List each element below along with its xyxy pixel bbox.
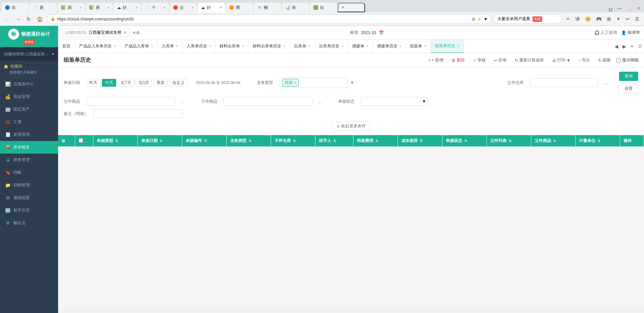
minimize-button[interactable]: —	[615, 4, 624, 12]
qr-icon[interactable]: ⊞	[472, 17, 475, 22]
more-date-btn[interactable]: 更多	[153, 79, 168, 87]
recalc-button[interactable]: ↻ 重新计算成本	[512, 56, 547, 65]
th-order-no[interactable]: 单据编号 ⇅	[182, 135, 226, 146]
sidebar-item-invoice[interactable]: 🧾 发票管理	[0, 128, 58, 141]
yesterday-btn[interactable]: 昨天	[86, 79, 100, 87]
reload-button[interactable]: ↻	[25, 15, 33, 23]
biz-type-tag-remove[interactable]: ×	[294, 81, 296, 85]
month-btn[interactable]: 近1月	[136, 79, 152, 87]
browser-tab-2[interactable]: 📄 新	[29, 3, 57, 12]
nav-tab-in-order-history[interactable]: 入库单历史 ×	[183, 40, 216, 53]
browser-tab-5[interactable]: ☁ 好 ×	[113, 3, 141, 12]
th-order-type[interactable]: 单据类型 ⇅	[93, 135, 137, 146]
material-out-history-close[interactable]: ×	[283, 44, 285, 48]
parent-goods-input[interactable]	[86, 97, 175, 106]
sidebar-item-inventory[interactable]: 📦 库存核算	[0, 141, 58, 154]
forward-button[interactable]: →	[14, 15, 23, 23]
nav-arrow-left[interactable]: ◀	[613, 40, 620, 53]
tab-5-close[interactable]: ×	[135, 6, 137, 10]
transfer-history-close[interactable]: ×	[400, 44, 402, 48]
browser-tab-8[interactable]: ☁ 好 ×	[198, 3, 225, 12]
dropdown-icon[interactable]: ▼	[484, 17, 488, 22]
th-cost-diff[interactable]: 成本差异 ⇅	[398, 135, 442, 146]
tab-8-close[interactable]: ×	[219, 6, 222, 10]
th-biz-type[interactable]: 业务类型 ⇅	[226, 135, 271, 146]
query-button[interactable]: 查询	[619, 72, 638, 81]
prod-in-close[interactable]: ×	[151, 44, 153, 48]
biz-type-input-area[interactable]: 组装 ×	[279, 77, 348, 88]
bolt-icon[interactable]: ⚡	[477, 17, 482, 22]
child-goods-input[interactable]	[224, 97, 312, 106]
add-button[interactable]: + + 新增	[426, 56, 446, 65]
refresh-button[interactable]: ↻ 刷新	[595, 56, 614, 65]
sidebar-item-archive[interactable]: 📁 归档管理	[0, 179, 58, 191]
address-bar[interactable]: 🔒 https://cloud.chanjet.com/accounting/u…	[47, 14, 492, 24]
browser-tab-9[interactable]: 🟠 腾	[226, 3, 253, 12]
home-button[interactable]: 🏠	[35, 15, 45, 23]
sidebar-item-tax[interactable]: 🖨 税务管理	[0, 154, 58, 166]
biz-type-more-btn[interactable]: ▼	[350, 80, 354, 85]
th-settings[interactable]: ⚙	[58, 135, 75, 146]
new-tab-button[interactable]: +	[338, 3, 365, 12]
tab-7-close[interactable]: ×	[191, 6, 193, 10]
out-order-close[interactable]: ×	[308, 44, 310, 48]
parent-wh-input[interactable]	[530, 78, 598, 87]
add-company-button[interactable]: +	[133, 30, 136, 36]
tab-4-close[interactable]: ×	[107, 6, 109, 10]
nav-arrow-right[interactable]: ▶	[620, 40, 628, 53]
sidebar-item-assets[interactable]: 🏢 固定资产	[0, 103, 58, 116]
nav-tab-in-order[interactable]: 入库单 ×	[158, 40, 183, 53]
browser-tab-6[interactable]: 📄 个 ×	[142, 3, 169, 12]
translate-tool[interactable]: 译	[573, 15, 582, 24]
th-checkbox[interactable]	[75, 135, 93, 146]
customer-service-button[interactable]: 🎧 人工咨询	[594, 30, 617, 35]
search-bar[interactable]: 大量安卓用户逃离 热搜	[494, 14, 562, 24]
out-order-history-close[interactable]: ×	[341, 44, 344, 48]
emoji-tool[interactable]: 😊	[583, 15, 593, 23]
week-btn[interactable]: 近7天	[118, 79, 134, 87]
scissors-tool[interactable]: ✂	[564, 15, 572, 23]
sidebar-item-member[interactable]: V 畅会员	[0, 217, 58, 229]
th-unit[interactable]: 计量单位 ⇅	[575, 135, 620, 146]
in-order-close[interactable]: ×	[176, 44, 178, 48]
company-selector[interactable]: (勿删勿禁用) 江西服宝测试专用 ▼	[62, 28, 130, 37]
sidebar-item-report[interactable]: 📊 云报表中心	[0, 78, 58, 90]
set-button[interactable]: 设置	[619, 84, 639, 94]
nav-more-btn[interactable]: ☰	[636, 40, 644, 53]
print-button[interactable]: 🖨 打印 ▼	[549, 56, 573, 65]
th-parent-list[interactable]: 父件列表 ⇅	[486, 135, 531, 146]
material-out-close[interactable]: ×	[242, 44, 244, 48]
browser-tab-12[interactable]: 🟩 目	[310, 3, 337, 12]
approve-button[interactable]: ✓ 审核	[470, 56, 488, 65]
tab-6-close[interactable]: ×	[163, 6, 165, 10]
delete-button[interactable]: 🗑 删除	[449, 56, 468, 65]
browser-tab-11[interactable]: 📊 各	[282, 3, 309, 12]
nav-tab-material-out-history[interactable]: 材料出库单历史 ×	[249, 40, 290, 53]
assembly-close[interactable]: ×	[424, 44, 426, 48]
settings-topbar-button[interactable]: ⚙	[136, 30, 140, 35]
display-detail-checkbox[interactable]	[616, 58, 621, 62]
sidebar-item-guide[interactable]: 🆕 新手引导	[0, 204, 58, 217]
collapse-button[interactable]: ∧ 收起更多条件	[332, 122, 370, 131]
display-detail-check[interactable]: 显示明细	[616, 57, 639, 63]
child-goods-more-btn[interactable]: ...	[318, 99, 322, 104]
nav-tab-prod-in[interactable]: 产成品入库单 ×	[120, 40, 158, 53]
in-order-history-close[interactable]: ×	[209, 44, 211, 48]
nav-tab-transfer[interactable]: 调拨单 ×	[348, 40, 373, 53]
nav-tab-assembly[interactable]: 组装单 ×	[406, 40, 431, 53]
custom-date-btn[interactable]: 自定义	[169, 79, 188, 87]
menu-tool[interactable]: ☰	[633, 15, 641, 23]
sidebar-company[interactable]: (勿删勿禁用) 江西服宝测试专用 ▼	[0, 47, 58, 61]
maximize-button[interactable]: ⬜	[625, 4, 634, 12]
favorites-header[interactable]: ⭐ 收藏夹	[3, 63, 55, 69]
abandon-button[interactable]: ↩ 弃审	[491, 56, 509, 65]
back-button[interactable]: ←	[3, 15, 12, 23]
nav-tab-transfer-history[interactable]: 调拨单历史 ×	[373, 40, 406, 53]
nav-tab-out-order[interactable]: 出库单 ×	[290, 40, 315, 53]
transfer-close[interactable]: ×	[366, 44, 368, 48]
th-parent-goods[interactable]: 父件商品 ⇅	[531, 135, 575, 146]
scrollbar-bottom[interactable]	[58, 309, 644, 313]
sidebar-item-settings[interactable]: ⚙ 基础设置	[0, 191, 58, 204]
nav-tab-prod-in-history[interactable]: 产成品入库单历史 ×	[75, 40, 120, 53]
browser-tab-7[interactable]: 🔴 企 ×	[170, 3, 197, 12]
